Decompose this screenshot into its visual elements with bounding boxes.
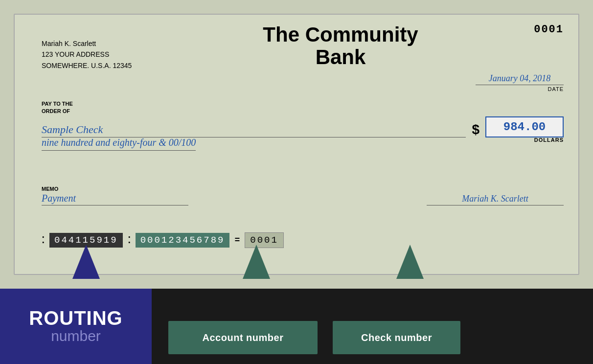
check-number-top: 0001 [534,23,564,36]
memo-label: MEMO [42,186,427,192]
pay-to-row: Sample Check $ 984.00 [42,116,564,137]
dollar-sign: $ [472,122,479,137]
pay-to-label: PAY TO THE ORDER OF [42,100,564,115]
micr-account: 000123456789 [136,233,230,248]
memo-value: Payment [42,193,188,205]
amount-words-section: nine hundred and eighty-four & 00/100 DO… [42,137,564,151]
holder-info: Mariah K. Scarlett 123 YOUR ADDRESS SOME… [42,38,132,71]
holder-address2: SOMEWHERE. U.S.A. 12345 [42,60,132,71]
signature-value: Mariah K. Scarlett [427,194,564,205]
amount-words: nine hundred and eighty-four & 00/100 [42,137,196,151]
micr-symbol-middle: ⁚ [128,235,131,246]
micr-equals: = [234,235,240,245]
check-arrow [396,245,424,279]
memo-area: MEMO Payment [42,186,427,205]
memo-sig-section: MEMO Payment Mariah K. Scarlett [42,186,564,205]
routing-label-main: ROUTING [29,308,122,328]
amount-box: 984.00 [485,116,564,137]
date-value: January 04, 2018 [476,73,564,85]
date-area: January 04, 2018 DATE [476,73,564,92]
routing-label-sub: number [51,328,101,344]
holder-address1: 123 YOUR ADDRESS [42,49,132,60]
date-label: DATE [476,86,564,92]
signature-area: Mariah K. Scarlett [427,194,564,205]
check-label-text: Check number [361,332,432,343]
routing-label: ROUTING number [0,289,152,364]
account-label: Account number [168,321,318,354]
pay-to-section: PAY TO THE ORDER OF Sample Check $ 984.0… [42,100,564,137]
bank-name: The CommunityBank [201,23,480,68]
payee-name: Sample Check [42,123,466,137]
check-container: 0001 The CommunityBank Mariah K. Scarlet… [14,14,579,275]
dollars-label: DOLLARS [534,137,564,143]
check-number-label: Check number [333,321,460,354]
micr-section: ⁚ 044115919 ⁚ 000123456789 = 0001 [42,232,564,248]
account-arrow [243,245,270,279]
holder-name: Mariah K. Scarlett [42,38,132,49]
account-label-text: Account number [203,332,284,343]
micr-symbol-left: ⁚ [42,235,45,246]
routing-arrow [72,245,100,279]
